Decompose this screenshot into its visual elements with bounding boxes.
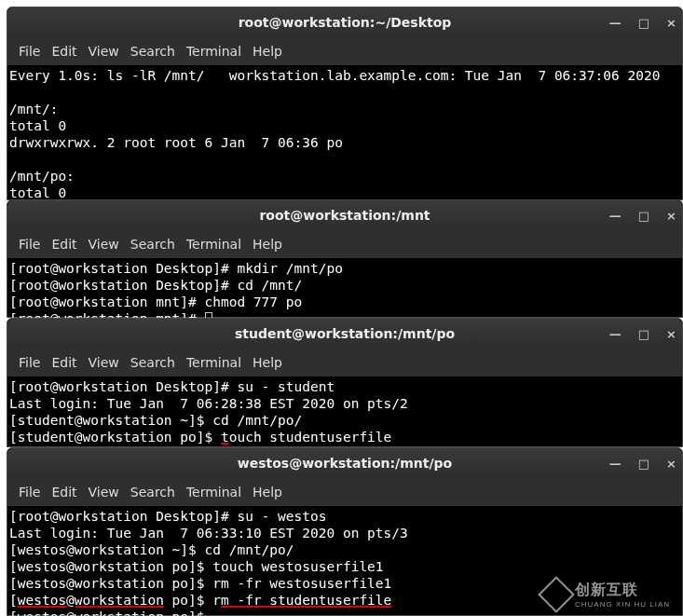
menubar: File Edit View Search Terminal Help	[7, 230, 682, 258]
menu-file[interactable]: File	[19, 44, 40, 59]
menu-file[interactable]: File	[19, 237, 40, 252]
menu-edit[interactable]: Edit	[51, 44, 76, 59]
maximize-icon[interactable]: □	[638, 16, 649, 30]
menu-help[interactable]: Help	[253, 44, 282, 59]
terminal-content[interactable]: Every 1.0s: ls -lR /mnt/ workstation.lab…	[7, 65, 682, 203]
watermark-text-cn: 创新互联	[575, 581, 670, 600]
maximize-icon[interactable]: □	[638, 327, 649, 341]
menu-search[interactable]: Search	[130, 485, 175, 500]
window-controls: — □ ×	[609, 209, 676, 223]
minimize-icon[interactable]: —	[609, 209, 622, 223]
titlebar[interactable]: westos@workstation:/mnt/po — □ ×	[7, 448, 682, 478]
window-title: student@workstation:/mnt/po	[235, 326, 455, 341]
minimize-icon[interactable]: —	[609, 16, 622, 30]
minimize-icon[interactable]: —	[609, 327, 622, 341]
menu-file[interactable]: File	[19, 485, 40, 500]
titlebar[interactable]: root@workstation:/mnt — □ ×	[7, 200, 682, 230]
terminal-window-1: root@workstation:~/Desktop — □ × File Ed…	[7, 7, 683, 200]
menu-help[interactable]: Help	[253, 237, 282, 252]
window-controls: — □ ×	[609, 457, 676, 471]
menu-terminal[interactable]: Terminal	[186, 355, 241, 370]
close-icon[interactable]: ×	[666, 327, 676, 341]
highlighted-command: m -fr studentuserfile	[221, 593, 391, 608]
menu-terminal[interactable]: Terminal	[186, 485, 241, 500]
titlebar[interactable]: root@workstation:~/Desktop — □ ×	[7, 7, 682, 37]
window-controls: — □ ×	[609, 16, 676, 30]
watermark: 创新互联 CHUANG XIN HU LIAN	[543, 581, 670, 609]
window-controls: — □ ×	[609, 327, 676, 341]
terminal-window-3: student@workstation:/mnt/po — □ × File E…	[7, 318, 683, 447]
menu-terminal[interactable]: Terminal	[186, 237, 241, 252]
menu-help[interactable]: Help	[253, 355, 282, 370]
menu-file[interactable]: File	[19, 355, 40, 370]
menu-view[interactable]: View	[89, 355, 119, 370]
menu-edit[interactable]: Edit	[51, 355, 76, 370]
menubar: File Edit View Search Terminal Help	[7, 349, 682, 376]
maximize-icon[interactable]: □	[638, 457, 649, 471]
menu-search[interactable]: Search	[130, 44, 175, 59]
watermark-logo-icon	[538, 576, 575, 613]
menu-search[interactable]: Search	[130, 355, 175, 370]
close-icon[interactable]: ×	[666, 457, 676, 471]
watermark-text-en: CHUANG XIN HU LIAN	[575, 600, 670, 609]
highlighted-command: t	[221, 430, 229, 445]
window-title: westos@workstation:/mnt/po	[238, 456, 452, 471]
terminal-content[interactable]: [root@workstation Desktop]# su - student…	[7, 376, 682, 447]
maximize-icon[interactable]: □	[638, 209, 649, 223]
menubar: File Edit View Search Terminal Help	[7, 478, 682, 506]
minimize-icon[interactable]: —	[609, 457, 622, 471]
menu-search[interactable]: Search	[130, 237, 175, 252]
menu-edit[interactable]: Edit	[51, 485, 76, 500]
menu-view[interactable]: View	[89, 485, 119, 500]
window-title: root@workstation:~/Desktop	[239, 15, 452, 30]
menu-view[interactable]: View	[89, 44, 119, 59]
menu-view[interactable]: View	[89, 237, 119, 252]
menubar: File Edit View Search Terminal Help	[7, 37, 682, 65]
close-icon[interactable]: ×	[666, 16, 676, 30]
terminal-window-2: root@workstation:/mnt — □ × File Edit Vi…	[7, 199, 683, 318]
close-icon[interactable]: ×	[666, 209, 676, 223]
menu-help[interactable]: Help	[253, 485, 282, 500]
menu-edit[interactable]: Edit	[51, 237, 76, 252]
window-title: root@workstation:/mnt	[259, 208, 430, 223]
titlebar[interactable]: student@workstation:/mnt/po — □ ×	[7, 319, 682, 349]
menu-terminal[interactable]: Terminal	[186, 44, 241, 59]
highlighted-user: westos@workstation	[18, 593, 164, 608]
